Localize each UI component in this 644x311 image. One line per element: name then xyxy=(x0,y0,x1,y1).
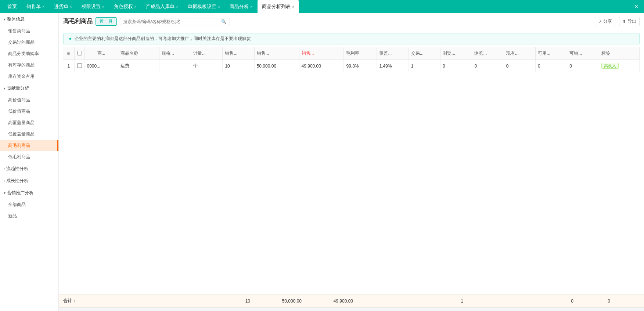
select-all-checkbox[interactable] xyxy=(77,51,82,55)
nav-template-settings[interactable]: 单据模板设置 × xyxy=(183,0,224,13)
sidebar-item-all-goods[interactable]: 全部商品 xyxy=(0,199,58,210)
col-current[interactable]: 现有... xyxy=(504,47,535,60)
sidebar-section-trend[interactable]: › 流趋性分析 xyxy=(0,163,58,175)
col-coverage[interactable]: 覆盖... xyxy=(377,47,409,60)
settings-icon[interactable]: ⚙ xyxy=(66,51,71,56)
col-available[interactable]: 可用... xyxy=(536,47,567,60)
nav-product-analysis[interactable]: 商品分析 × xyxy=(225,0,257,13)
nav-purchase[interactable]: 进货单 × xyxy=(50,0,76,13)
info-banner: ✦ 企业的主要的利润都是这部分商品创造的，可考虑加大推广，同时关注库存是不要出现… xyxy=(63,33,640,44)
nav-product-analysis-list[interactable]: 商品分析列表 × xyxy=(258,0,299,13)
sidebar-item-traded-goods[interactable]: 交易过的商品 xyxy=(0,37,58,48)
page-title: 高毛利商品 xyxy=(63,18,93,25)
tag-badge: 高收入 xyxy=(601,63,619,69)
cell-code: 0000... xyxy=(84,60,118,72)
footer-transaction: 1 xyxy=(434,299,463,304)
col-code[interactable]: 商... xyxy=(84,47,118,60)
col-checkbox[interactable] xyxy=(74,47,84,60)
footer-sales-count: 10 xyxy=(206,299,250,304)
content-area: 高毛利商品 近一月 🔍 ↗ 分享 ⬆ 导出 ✦ 企业的主要的利润都是这部分商品创… xyxy=(59,13,644,311)
table-row: 1 0000... 运费 个 10 50,000.00 49,900.00 99… xyxy=(63,60,640,72)
sidebar-item-low-margin[interactable]: 低毛利商品 xyxy=(0,151,58,163)
nav-analysis-list-close[interactable]: × xyxy=(292,5,294,9)
footer-sales-cost: 49,900.00 xyxy=(309,299,353,304)
sidebar-item-low-value[interactable]: 低价值商品 xyxy=(0,106,58,117)
nav-home[interactable]: 首页 xyxy=(3,0,21,13)
col-sales-count[interactable]: 销售... xyxy=(223,47,254,60)
col-sales-cost[interactable]: 销售... xyxy=(299,47,344,60)
cell-transaction: 1 xyxy=(409,60,440,72)
col-tag[interactable]: 标签 xyxy=(599,47,639,60)
nav-product-close[interactable]: × xyxy=(176,5,178,9)
footer-label: 合计： xyxy=(63,298,76,304)
cell-gross-margin: 99.8% xyxy=(344,60,377,72)
sidebar-item-sales-goods[interactable]: 销售类商品 xyxy=(0,25,58,37)
nav-permissions[interactable]: 权限设置 × xyxy=(77,0,109,13)
col-browse2[interactable]: 浏览... xyxy=(472,47,504,60)
search-icon[interactable]: 🔍 xyxy=(221,19,227,24)
sidebar-item-in-stock[interactable]: 有库存的商品 xyxy=(0,59,58,71)
search-box[interactable]: 🔍 xyxy=(120,18,230,25)
cell-checkbox[interactable] xyxy=(74,60,84,72)
cell-sales-amount: 50,000.00 xyxy=(254,60,299,72)
cell-available: 0 xyxy=(536,60,567,72)
sidebar-section-contribution[interactable]: ▾ 贡献量分析 xyxy=(0,82,58,94)
footer-current: 0 xyxy=(544,299,573,304)
arrow-icon: ▾ xyxy=(4,17,6,21)
sidebar-section-marketing[interactable]: ▾ 营销推广分析 xyxy=(0,187,58,199)
main-layout: ▾ 整体信息 销售类商品 交易过的商品 商品分类助购率 有库存的商品 库存资金占… xyxy=(0,13,644,311)
table-container[interactable]: ⚙ 商... 商品名称 规格... 计量... 销售... 销售... 销售..… xyxy=(59,47,644,294)
col-name[interactable]: 商品名称 xyxy=(118,47,159,60)
col-transaction[interactable]: 交易... xyxy=(409,47,440,60)
sidebar-item-new-goods[interactable]: 新品 xyxy=(0,210,58,222)
sidebar-item-high-coverage[interactable]: 高覆盖量商品 xyxy=(0,117,58,129)
date-filter-button[interactable]: 近一月 xyxy=(96,17,117,26)
bottom-scrollbar[interactable] xyxy=(59,307,644,311)
arrow-icon-5: ▾ xyxy=(4,191,6,195)
browse1-link[interactable]: 0 xyxy=(443,64,445,69)
cell-current: 0 xyxy=(504,60,535,72)
sidebar-item-low-coverage[interactable]: 低覆盖量商品 xyxy=(0,129,58,140)
nav-template-close[interactable]: × xyxy=(218,5,220,9)
nav-sales[interactable]: 销售单 × xyxy=(22,0,49,13)
cell-browse1[interactable]: 0 xyxy=(440,60,472,72)
sidebar-item-high-value[interactable]: 高价值商品 xyxy=(0,94,58,106)
nav-sales-close[interactable]: × xyxy=(42,5,44,9)
col-gross-margin[interactable]: 毛利率 xyxy=(344,47,377,60)
arrow-icon-2: ▾ xyxy=(4,86,6,90)
nav-permissions-close[interactable]: × xyxy=(102,5,104,9)
cell-unit: 个 xyxy=(191,60,223,72)
row-checkbox[interactable] xyxy=(77,63,82,68)
sidebar-item-stock-fund[interactable]: 库存资金占用 xyxy=(0,71,58,82)
nav-role-close[interactable]: × xyxy=(134,5,137,9)
sidebar-item-high-margin[interactable]: 高毛利商品 xyxy=(0,140,58,151)
col-saleable[interactable]: 可销... xyxy=(567,47,599,60)
search-input[interactable] xyxy=(123,19,220,24)
sidebar-section-growth[interactable]: › 成长性分析 xyxy=(0,175,58,187)
footer-sales-amount: 50,000.00 xyxy=(258,299,302,304)
col-unit[interactable]: 计量... xyxy=(191,47,223,60)
cell-saleable: 0 xyxy=(567,60,599,72)
col-browse1[interactable]: 浏览... xyxy=(440,47,472,60)
close-all-button[interactable]: × xyxy=(632,3,641,10)
col-sales-amount[interactable]: 销售... xyxy=(254,47,299,60)
share-button[interactable]: ↗ 分享 xyxy=(595,17,615,26)
cell-coverage: 1.49% xyxy=(377,60,409,72)
col-settings[interactable]: ⚙ xyxy=(63,47,74,60)
nav-role-auth[interactable]: 角色授权 × xyxy=(109,0,141,13)
nav-analysis-close[interactable]: × xyxy=(250,5,252,9)
export-icon: ⬆ xyxy=(622,19,626,24)
sidebar-section-overall[interactable]: ▾ 整体信息 xyxy=(0,13,58,25)
sidebar-item-category-assist[interactable]: 商品分类助购率 xyxy=(0,48,58,59)
top-navigation: 首页 销售单 × 进货单 × 权限设置 × 角色授权 × 产成品入库单 × 单据… xyxy=(0,0,644,13)
footer-available: 0 xyxy=(581,299,610,304)
footer-total: 合计： 10 50,000.00 49,900.00 1 0 0 xyxy=(59,294,644,307)
col-spec[interactable]: 规格... xyxy=(159,47,191,60)
data-table: ⚙ 商... 商品名称 规格... 计量... 销售... 销售... 销售..… xyxy=(63,47,640,72)
cell-sales-count: 10 xyxy=(223,60,254,72)
content-header: 高毛利商品 近一月 🔍 ↗ 分享 ⬆ 导出 xyxy=(59,13,644,30)
cell-tag: 高收入 xyxy=(599,60,639,72)
nav-product-inbound[interactable]: 产成品入库单 × xyxy=(141,0,183,13)
nav-purchase-close[interactable]: × xyxy=(70,5,72,9)
export-button[interactable]: ⬆ 导出 xyxy=(619,17,640,26)
